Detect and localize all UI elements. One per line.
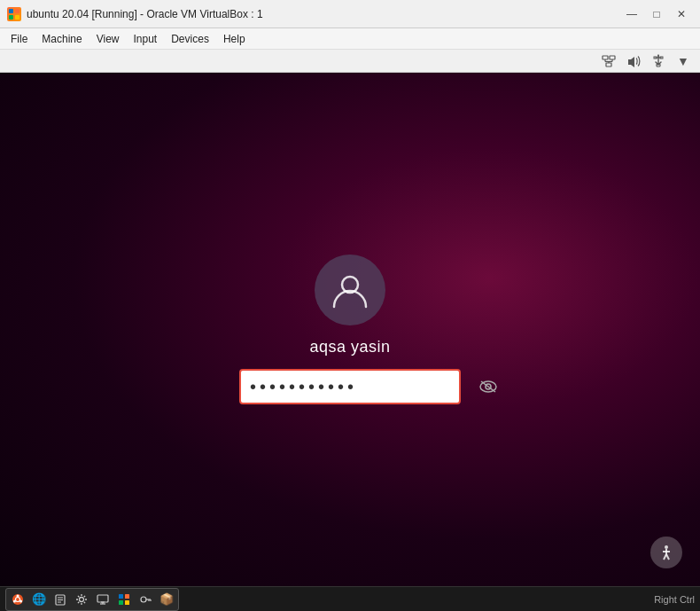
menu-view[interactable]: View [89, 31, 127, 47]
minimize-button[interactable]: — [620, 4, 643, 24]
taskbar-icon-settings[interactable] [72, 590, 91, 609]
svg-point-35 [80, 597, 84, 601]
close-button[interactable]: ✕ [670, 4, 693, 24]
taskbar-icon-vm[interactable] [93, 590, 113, 609]
taskbar-icon-vbox[interactable] [114, 590, 134, 609]
status-bar-left: 🌐 [5, 588, 179, 611]
svg-rect-40 [119, 594, 123, 599]
menu-devices[interactable]: Devices [164, 31, 216, 47]
username-label: aqsa yasin [309, 338, 390, 356]
virtualbox-icon [7, 7, 21, 21]
svg-point-21 [665, 545, 668, 549]
more-icon[interactable]: ▼ [673, 51, 693, 71]
svg-rect-36 [97, 595, 108, 602]
window-title: ubuntu 20.04 [Running] - Oracle VM Virtu… [27, 8, 263, 20]
network-icon[interactable] [599, 51, 618, 71]
title-bar: ubuntu 20.04 [Running] - Oracle VM Virtu… [0, 0, 700, 28]
menu-help[interactable]: Help [216, 31, 253, 47]
title-bar-left: ubuntu 20.04 [Running] - Oracle VM Virtu… [7, 7, 263, 21]
svg-rect-1 [15, 9, 19, 13]
menu-bar: File Machine View Input Devices Help [0, 28, 700, 50]
svg-line-25 [666, 554, 669, 560]
svg-rect-41 [125, 594, 129, 599]
taskbar-icon-key[interactable] [136, 590, 155, 609]
menu-file[interactable]: File [4, 31, 35, 47]
svg-rect-4 [603, 56, 608, 59]
svg-point-44 [141, 597, 146, 602]
svg-rect-0 [9, 9, 13, 13]
status-bar-right: Right Ctrl [650, 594, 695, 605]
accessibility-button[interactable] [650, 537, 682, 568]
taskbar-icons: 🌐 [5, 588, 179, 611]
menu-machine[interactable]: Machine [35, 31, 89, 47]
vm-screen: aqsa yasin [0, 73, 700, 586]
svg-rect-3 [15, 15, 19, 20]
password-field-container[interactable] [239, 369, 461, 404]
toggle-password-icon[interactable] [479, 380, 497, 393]
svg-rect-42 [119, 600, 123, 605]
maximize-button[interactable]: □ [645, 4, 668, 24]
status-bar: 🌐 [0, 586, 700, 611]
toolbar: ▼ [0, 50, 700, 73]
svg-rect-5 [610, 56, 615, 59]
taskbar-icon-ubuntu[interactable] [8, 590, 27, 609]
menu-input[interactable]: Input [127, 31, 165, 47]
usb-icon[interactable] [649, 51, 668, 71]
svg-rect-6 [606, 63, 611, 67]
svg-rect-2 [9, 15, 13, 20]
taskbar-icon-package[interactable]: 📦 [157, 590, 176, 609]
login-container: aqsa yasin [239, 255, 461, 404]
svg-rect-43 [125, 600, 129, 605]
taskbar-icon-clipboard[interactable] [51, 590, 70, 609]
avatar [315, 255, 385, 325]
taskbar-icon-network[interactable]: 🌐 [29, 590, 49, 609]
window-controls: — □ ✕ [620, 4, 693, 24]
audio-icon[interactable] [624, 51, 643, 71]
password-input[interactable] [250, 377, 474, 397]
right-ctrl-label: Right Ctrl [654, 594, 695, 605]
